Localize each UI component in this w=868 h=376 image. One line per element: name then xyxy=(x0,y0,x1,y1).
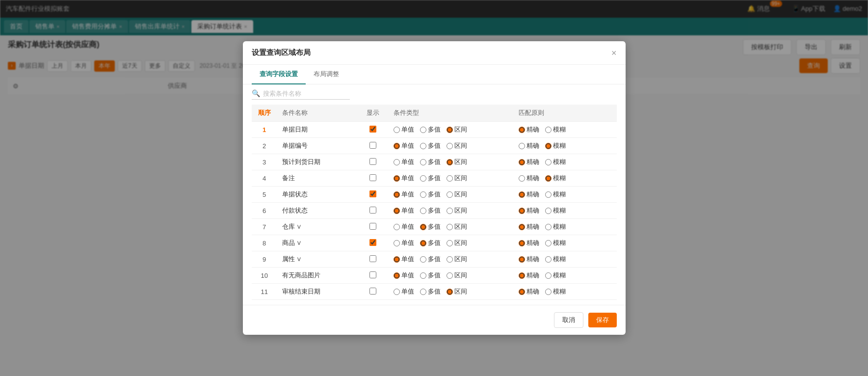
modal-overlay: 设置查询区域布局 × 查询字段设置 布局调整 🔍 顺序 条件名称 显示 xyxy=(0,0,868,95)
modal-search-area: 🔍 xyxy=(243,84,626,95)
modal-tab-query[interactable]: 查询字段设置 xyxy=(252,65,306,84)
modal-header: 设置查询区域布局 × xyxy=(243,41,626,65)
modal-close-button[interactable]: × xyxy=(611,49,617,57)
search-wrap: 🔍 xyxy=(252,89,350,95)
modal-tabs: 查询字段设置 布局调整 xyxy=(243,65,626,84)
modal-tab-layout[interactable]: 布局调整 xyxy=(306,65,347,84)
modal-title: 设置查询区域布局 xyxy=(252,48,311,57)
search-input[interactable] xyxy=(263,90,342,95)
search-icon: 🔍 xyxy=(252,89,260,95)
modal: 设置查询区域布局 × 查询字段设置 布局调整 🔍 顺序 条件名称 显示 xyxy=(243,41,626,95)
